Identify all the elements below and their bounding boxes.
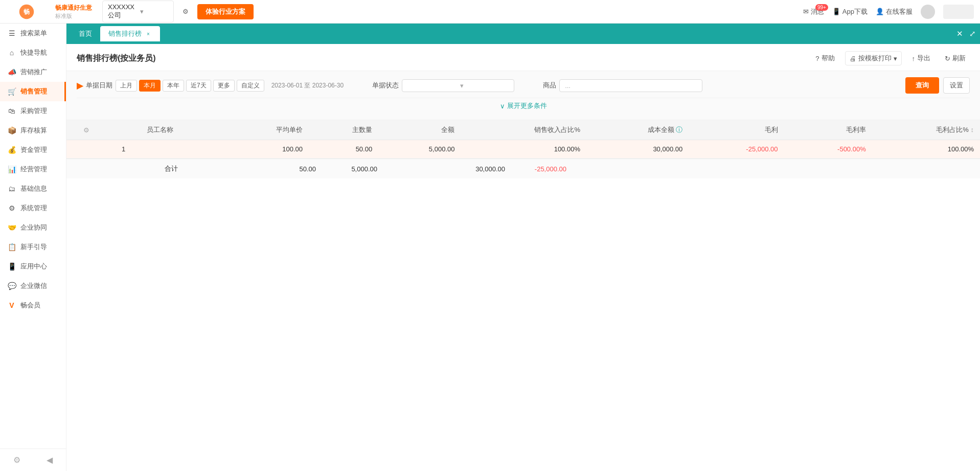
row-sales-pct: 100.00% (461, 140, 586, 159)
row-gross: -25,000.00 (689, 140, 784, 159)
export-button[interactable]: ↑ 导出 (908, 52, 935, 65)
export-icon: ↑ (912, 55, 916, 62)
member-icon: V (7, 301, 16, 310)
refresh-button[interactable]: ↻ 刷新 (941, 52, 970, 65)
settings-button[interactable]: 设置 (943, 77, 970, 94)
row-amount: 5,000.00 (378, 140, 461, 159)
date-filter-group: ▶ 单据日期 上月 本月 本年 近7天 更多 自定义 2023-06-01 至 … (77, 80, 344, 92)
page-title: 销售排行榜(按业务员) (77, 53, 156, 64)
filter-collapse-icon[interactable]: ▶ (77, 81, 83, 91)
date-custom-btn[interactable]: 自定义 (237, 80, 264, 92)
brand-name: 畅康通好生意 标准版 (55, 4, 92, 20)
print-button[interactable]: 🖨 按模板打印 ▾ (845, 51, 902, 65)
sidebar-item-sales[interactable]: 🛒 销售管理 (0, 82, 66, 101)
help-button[interactable]: ? 帮助 (811, 52, 838, 65)
top-right-area: ✉ 消息 99+ 📱 App下载 👤 在线客服 (803, 5, 974, 19)
sidebar-item-enterprise[interactable]: 🤝 企业协同 (0, 218, 66, 237)
status-arrow-icon: ▾ (460, 82, 509, 89)
chevron-down-icon: ▾ (140, 8, 168, 15)
page-actions: ? 帮助 🖨 按模板打印 ▾ ↑ 导出 ↻ (811, 51, 970, 65)
print-icon: 🖨 (850, 55, 856, 62)
sidebar-item-app-center[interactable]: 📱 应用中心 (0, 257, 66, 276)
expand-down-icon: ∨ (500, 102, 505, 110)
enterprise-icon: 🤝 (7, 223, 16, 232)
tab-close-icon[interactable]: × (145, 30, 152, 37)
app-download-button[interactable]: 📱 App下载 (832, 7, 868, 16)
date-last-month-btn[interactable]: 上月 (116, 80, 137, 92)
col-gross-rate: 毛利率 (784, 120, 872, 140)
window-maximize-icon[interactable]: ⤢ (969, 29, 976, 38)
sidebar-item-quick-nav[interactable]: ⌂ 快捷导航 (0, 43, 66, 62)
date-7days-btn[interactable]: 近7天 (186, 80, 211, 92)
col-rank (106, 120, 141, 140)
print-arrow-icon: ▾ (894, 55, 897, 62)
sidebar-item-basic-info[interactable]: 🗂 基础信息 (0, 179, 66, 198)
date-this-month-btn[interactable]: 本月 (139, 80, 161, 92)
col-qty: 主数量 (309, 120, 378, 140)
tab-home[interactable]: 首页 (71, 26, 100, 41)
filter-row-1: ▶ 单据日期 上月 本月 本年 近7天 更多 自定义 2023-06-01 至 … (77, 77, 970, 94)
sidebar-item-search-order[interactable]: ☰ 搜索菜单 (0, 24, 66, 43)
footer-name: 合计 (158, 164, 220, 173)
sidebar-settings-icon[interactable]: ⚙ (13, 455, 20, 465)
goods-filter-group: 商品 ... (543, 79, 702, 92)
row-gross-pct: 100.00% (872, 140, 980, 159)
footer-cost: 30,000.00 (445, 165, 511, 173)
row-avg-price: 100.00 (225, 140, 309, 159)
inventory-icon: 📦 (7, 126, 16, 135)
sidebar-item-member[interactable]: V 畅会员 (0, 296, 66, 315)
col-settings[interactable]: ⚙ (66, 120, 106, 140)
table-wrapper: ⚙ 员工名称 平均单价 主数量 全额 销售收入占比% 成本全额 ⓘ (66, 120, 980, 159)
sidebar-item-purchase[interactable]: 🛍 采购管理 (0, 101, 66, 121)
message-icon: ✉ (803, 8, 809, 15)
date-range-display: 2023-06-01 至 2023-06-30 (271, 81, 344, 90)
sidebar-item-guide[interactable]: 📋 新手引导 (0, 237, 66, 257)
col-cost: 成本全额 ⓘ (586, 120, 689, 140)
table-footer: 合计 50.00 5,000.00 30,000.00 -25,000.00 (66, 159, 980, 178)
tab-sales-ranking[interactable]: 销售排行榜 × (100, 26, 160, 41)
sidebar-bottom: ⚙ ◀ (0, 448, 66, 471)
basic-info-icon: 🗂 (7, 184, 16, 193)
guide-icon: 📋 (7, 242, 16, 252)
company-selector[interactable]: XXXXXX公司 ▾ (102, 1, 174, 23)
goods-select[interactable]: ... (559, 79, 702, 92)
trial-button[interactable]: 体验行业方案 (197, 4, 254, 19)
mobile-icon: 📱 (832, 8, 840, 15)
action-buttons: 查询 设置 (905, 77, 970, 94)
sidebar-collapse-icon[interactable]: ◀ (47, 455, 53, 465)
gross-pct-icon[interactable]: ↕ (971, 126, 974, 133)
table-row: 1 100.00 50.00 5,000.00 100.00% 30,000.0… (66, 140, 980, 159)
online-service-button[interactable]: 👤 在线客服 (876, 7, 913, 16)
footer-amount: 5,000.00 (322, 165, 383, 173)
avatar[interactable] (921, 5, 935, 19)
wechat-icon: 💬 (7, 281, 16, 290)
user-name-display (943, 5, 974, 19)
sidebar-item-finance[interactable]: 💰 资金管理 (0, 140, 66, 160)
sidebar-item-wechat[interactable]: 💬 企业微信 (0, 276, 66, 296)
sidebar-item-inventory[interactable]: 📦 库存核算 (0, 121, 66, 140)
col-sales-pct: 销售收入占比% (461, 120, 586, 140)
expand-more-button[interactable]: ∨ 展开更多条件 (500, 101, 547, 110)
app-center-icon: 📱 (7, 262, 16, 271)
date-more-btn[interactable]: 更多 (213, 80, 235, 92)
message-button[interactable]: ✉ 消息 99+ (803, 7, 824, 16)
col-gross-pct: 毛利占比% ↕ (872, 120, 980, 140)
cost-info-icon[interactable]: ⓘ (676, 126, 682, 133)
refresh-icon: ↻ (945, 55, 950, 62)
help-icon: ? (815, 55, 819, 62)
status-select[interactable]: ▾ (402, 79, 514, 92)
settings-icon[interactable]: ⚙ (178, 4, 193, 19)
tab-window-controls: ✕ ⤢ (956, 29, 976, 38)
sidebar-item-marketing[interactable]: 📣 营销推广 (0, 62, 66, 82)
status-filter-group: 单据状态 ▾ (372, 79, 514, 92)
window-close-icon[interactable]: ✕ (956, 29, 963, 38)
purchase-icon: 🛍 (7, 106, 16, 116)
sidebar-item-operations[interactable]: 📊 经营管理 (0, 160, 66, 179)
svg-text:畅: 畅 (24, 8, 30, 15)
data-table: ⚙ 员工名称 平均单价 主数量 全额 销售收入占比% 成本全额 ⓘ (66, 120, 980, 159)
query-button[interactable]: 查询 (905, 77, 939, 94)
sidebar-item-system[interactable]: ⚙ 系统管理 (0, 198, 66, 218)
finance-icon: 💰 (7, 145, 16, 154)
date-this-year-btn[interactable]: 本年 (163, 80, 184, 92)
col-avg-price: 平均单价 (225, 120, 309, 140)
